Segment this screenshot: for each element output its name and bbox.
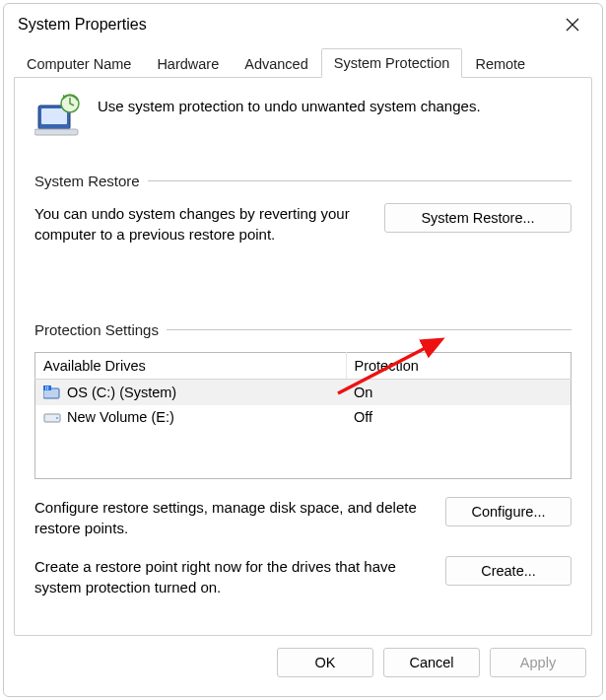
- configure-button[interactable]: Configure...: [445, 497, 572, 526]
- system-protection-icon: [34, 94, 82, 137]
- table-row[interactable]: OS (C:) (System) On: [35, 380, 572, 405]
- svg-rect-9: [45, 386, 46, 387]
- svg-point-14: [56, 417, 58, 419]
- tab-panel: Use system protection to undo unwanted s…: [14, 77, 592, 636]
- drive-name: New Volume (E:): [67, 409, 174, 425]
- window-title: System Properties: [18, 16, 553, 34]
- system-properties-window: System Properties Computer Name Hardware…: [3, 3, 603, 697]
- drive-volume-icon: [43, 410, 61, 424]
- svg-rect-10: [47, 386, 48, 387]
- svg-rect-4: [34, 129, 78, 135]
- tab-system-protection[interactable]: System Protection: [321, 48, 463, 78]
- titlebar: System Properties: [4, 4, 602, 45]
- close-button[interactable]: [553, 8, 592, 41]
- close-icon: [566, 18, 579, 32]
- col-protection: Protection: [346, 353, 571, 380]
- svg-rect-3: [41, 108, 67, 124]
- system-restore-button[interactable]: System Restore...: [384, 203, 572, 233]
- tab-remote[interactable]: Remote: [462, 49, 538, 78]
- drive-name: OS (C:) (System): [67, 385, 176, 400]
- tab-hardware[interactable]: Hardware: [144, 49, 232, 78]
- svg-rect-12: [47, 388, 48, 389]
- tabstrip: Computer Name Hardware Advanced System P…: [14, 45, 592, 77]
- protection-settings-title: Protection Settings: [34, 321, 159, 338]
- create-button[interactable]: Create...: [445, 556, 572, 586]
- drive-protection: On: [346, 380, 571, 405]
- svg-rect-11: [45, 388, 46, 389]
- tab-computer-name[interactable]: Computer Name: [14, 49, 144, 78]
- tab-advanced[interactable]: Advanced: [232, 49, 321, 78]
- system-restore-title: System Restore: [34, 173, 140, 189]
- configure-desc: Configure restore settings, manage disk …: [34, 497, 421, 538]
- svg-rect-8: [43, 385, 51, 390]
- intro-text: Use system protection to undo unwanted s…: [98, 94, 481, 114]
- drive-protection: Off: [346, 405, 571, 479]
- table-row[interactable]: New Volume (E:) Off: [35, 405, 572, 479]
- intro-row: Use system protection to undo unwanted s…: [34, 94, 572, 137]
- dialog-footer: OK Cancel Apply: [4, 636, 602, 691]
- cancel-button[interactable]: Cancel: [383, 648, 480, 677]
- create-desc: Create a restore point right now for the…: [34, 556, 421, 597]
- protection-settings-group: Protection Settings Available Drives Pro…: [34, 321, 572, 597]
- ok-button[interactable]: OK: [277, 648, 373, 677]
- divider: [148, 180, 572, 181]
- apply-button[interactable]: Apply: [490, 648, 586, 677]
- col-available-drives: Available Drives: [35, 353, 347, 380]
- drives-table: Available Drives Protection: [34, 352, 572, 479]
- divider: [167, 329, 572, 330]
- system-restore-desc: You can undo system changes by reverting…: [34, 203, 370, 245]
- system-restore-group: System Restore You can undo system chang…: [34, 173, 572, 245]
- drive-os-icon: [43, 385, 61, 399]
